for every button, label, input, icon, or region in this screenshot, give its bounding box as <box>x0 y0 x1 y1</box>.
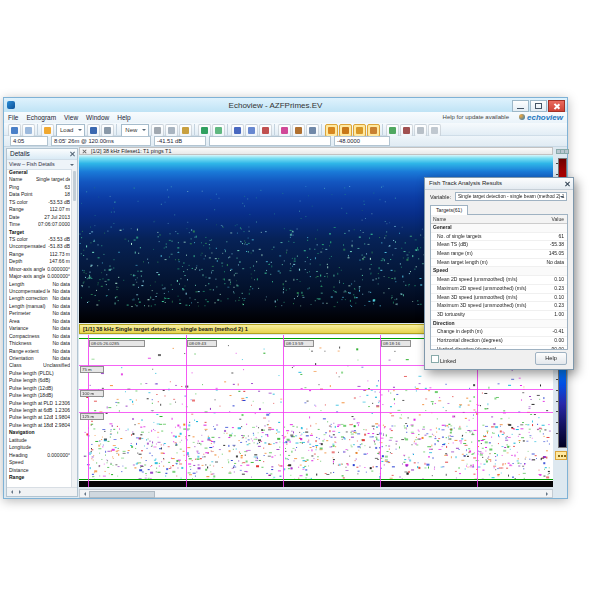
grid-col-value: Value <box>532 215 567 223</box>
detail-label: Name <box>9 176 34 183</box>
legend-tick <box>556 174 558 175</box>
detail-label: Compactness <box>9 333 50 340</box>
menu-window[interactable]: Window <box>82 112 113 123</box>
result-name: Speed <box>431 267 532 275</box>
maximize-button[interactable] <box>530 100 547 112</box>
region-icon-glyph <box>342 127 349 134</box>
menu-help[interactable]: Help <box>113 112 134 123</box>
detail-row: Pulse length at 12dB1.9804 <box>7 414 72 421</box>
detail-row: Speed <box>7 459 72 466</box>
detail-label: Pulse length at 6dB <box>9 407 53 414</box>
result-value: 0.10 <box>532 276 567 284</box>
readout-field-2: -41.51 dB <box>154 136 206 146</box>
upper-echogram-title: [1/2] 38 kHz Fileset1: T1 pings T1 <box>91 148 171 154</box>
detail-value: No data <box>52 295 70 302</box>
result-value: 0.10 <box>532 294 567 302</box>
details-property-list: GeneralNameSingle target detec...Ping63D… <box>7 169 72 487</box>
results-row: 3D tortuosity1.00 <box>431 311 567 320</box>
result-name: Mean 3D speed (unsmoothed) (m/s) <box>431 294 532 302</box>
detail-row: AreaNo data <box>7 318 72 325</box>
single-target-icon-glyph <box>370 127 377 134</box>
detail-label: Length <box>9 281 50 288</box>
time-gridline <box>88 335 89 487</box>
result-value: 0.23 <box>532 285 567 293</box>
scrollbar-thumb[interactable] <box>89 491 155 498</box>
detail-row: Pulse length (6dB) <box>7 377 72 384</box>
result-value: 90.00 <box>532 346 567 350</box>
detail-row: Time07:06:07.0000 <box>7 221 72 228</box>
toolbar-separator <box>116 124 117 135</box>
detail-label: Data Point <box>9 191 62 198</box>
details-horizontal-scrollbar[interactable] <box>7 487 77 496</box>
legend-tick <box>556 422 558 423</box>
detail-row: Pulse length at 18dB2.9804 <box>7 422 72 429</box>
help-button[interactable]: Help <box>535 352 567 365</box>
legend-close-icon[interactable] <box>564 149 569 154</box>
details-close-icon[interactable] <box>69 151 75 157</box>
detail-row: Length correctionNo data <box>7 295 72 302</box>
horizontal-scrollbar[interactable] <box>79 489 553 498</box>
update-notice[interactable]: Help for update available <box>443 112 509 123</box>
detail-row: Depth147.66 m <box>7 258 72 265</box>
result-name: Mean target length (m) <box>431 259 532 267</box>
back-icon-glyph <box>11 127 18 134</box>
detail-value: 147.66 m <box>49 258 70 265</box>
targets-tab[interactable]: Targets(61) <box>430 205 468 215</box>
detail-row: ThicknessNo data <box>7 340 72 347</box>
close-view-icon[interactable] <box>82 149 87 154</box>
menu-file[interactable]: File <box>4 112 22 123</box>
detail-row: Pulse length (12dB) <box>7 385 72 392</box>
detail-value: No data <box>52 333 70 340</box>
detail-value: 18 <box>64 191 70 198</box>
result-value: No data <box>532 259 567 267</box>
dialog-close-icon[interactable] <box>564 181 570 187</box>
details-section: Target <box>7 229 72 236</box>
detail-value: 07:06:07.0000 <box>38 221 70 228</box>
detail-row: TS color-53.53 dB <box>7 236 72 243</box>
zoom-in-icon-glyph <box>234 127 241 134</box>
settings-icon-glyph <box>417 127 424 134</box>
close-button[interactable] <box>548 100 565 112</box>
legend-tool-buttons[interactable] <box>555 451 567 460</box>
scroll-right-icon[interactable] <box>19 490 23 494</box>
dialog-titlebar[interactable]: Fish Track Analysis Results <box>425 178 573 190</box>
detail-label: Pulse length (PLDL) <box>9 370 68 377</box>
result-name: Direction <box>431 320 532 328</box>
result-value <box>532 224 567 232</box>
scroll-left-icon[interactable] <box>82 492 86 496</box>
detail-label: Uncompensated TS <box>9 243 46 250</box>
readout-field-0: 4:05 <box>10 136 48 146</box>
menu-view[interactable]: View <box>60 112 82 123</box>
result-name: General <box>431 224 532 232</box>
scroll-left-icon[interactable] <box>9 490 13 494</box>
detail-label: Pulse length (12dB) <box>9 385 68 392</box>
time-grid-label: 08:05:26.0285 <box>89 340 145 347</box>
detail-label: Distance <box>9 467 68 474</box>
toolbar-separator <box>37 124 38 135</box>
detail-row: Longitude <box>7 444 72 451</box>
depth-grid-label: 100 m <box>80 390 104 397</box>
grid-icon-glyph <box>431 127 438 134</box>
detail-row: Pulse length at 6dB1.2306 <box>7 407 72 414</box>
readout-field-4: -48.0000 <box>334 136 390 146</box>
home-icon-glyph <box>262 127 269 134</box>
title-bar: Echoview - AZFPrimes.EV <box>4 98 567 113</box>
detail-value: 0.000000° <box>47 452 70 459</box>
linked-checkbox[interactable] <box>431 355 439 363</box>
details-vertical-scrollbar[interactable] <box>71 169 77 487</box>
readout-field-3 <box>209 136 331 146</box>
detail-row: Heading0.000000° <box>7 452 72 459</box>
details-scroll-thumb[interactable] <box>73 171 76 201</box>
upper-echogram-header: [1/2] 38 kHz Fileset1: T1 pings T1 <box>79 147 553 155</box>
results-row: Vertical direction (degrees)90.00 <box>431 346 567 350</box>
detail-label: Heading <box>9 452 45 459</box>
scroll-right-icon[interactable] <box>546 492 550 496</box>
minimize-button[interactable] <box>512 100 529 112</box>
detail-value: 1.2306 <box>55 400 70 407</box>
variable-dropdown[interactable]: Single target detection - single beam (m… <box>455 192 567 201</box>
menu-echogram[interactable]: Echogram <box>22 112 60 123</box>
result-name: No. of single targets <box>431 233 532 241</box>
fish-track-analysis-dialog: Fish Track Analysis Results Variable: Si… <box>424 177 574 370</box>
echoview-logo: echoview <box>519 112 563 123</box>
detail-value: 27 Jul 2013 <box>44 214 70 221</box>
